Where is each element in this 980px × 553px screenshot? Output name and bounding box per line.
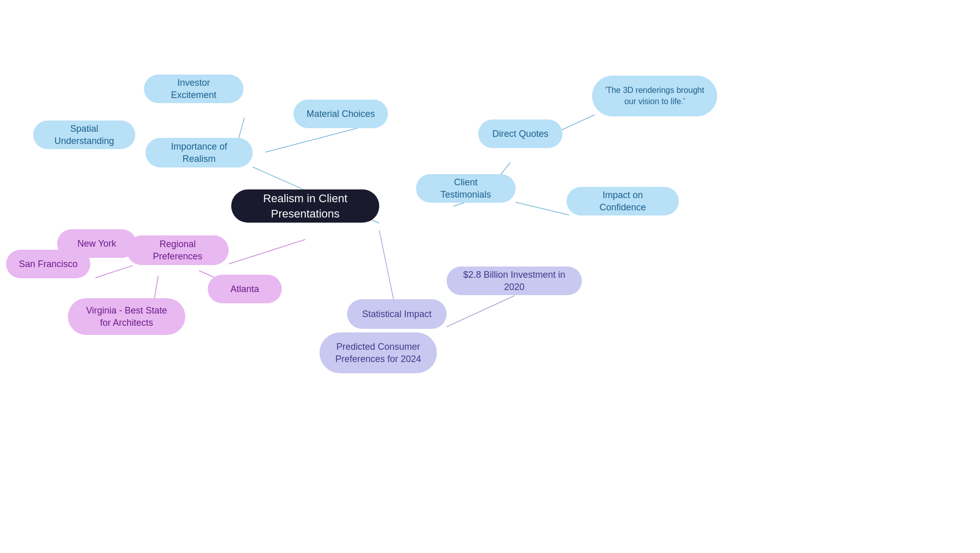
svg-line-8 <box>229 239 305 264</box>
spatial-understanding-node: Spatial Understanding <box>33 121 135 149</box>
direct-quotes-node: Direct Quotes <box>478 119 562 148</box>
atlanta-node: Atlanta <box>208 275 282 303</box>
svg-line-3 <box>265 128 357 152</box>
virginia-node: Virginia - Best State for Architects <box>68 298 185 335</box>
svg-line-7 <box>516 202 569 215</box>
san-francisco-node: San Francisco <box>6 250 90 278</box>
material-choices-node: Material Choices <box>293 100 388 128</box>
svg-line-10 <box>95 266 133 278</box>
investor-excitement-node: Investor Excitement <box>144 75 243 103</box>
investment-node: $2.8 Billion Investment in 2020 <box>447 267 582 295</box>
svg-line-14 <box>447 296 514 327</box>
quote-text-node: 'The 3D renderings brought our vision to… <box>592 76 717 116</box>
regional-preferences-node: Regional Preferences <box>127 235 229 265</box>
svg-line-4 <box>453 202 465 206</box>
importance-of-realism-node: Importance of Realism <box>145 138 253 167</box>
center-node: Realism in Client Presentations <box>231 189 379 223</box>
statistical-impact-node: Statistical Impact <box>347 299 447 329</box>
client-testimonials-node: Client Testimonials <box>416 174 516 203</box>
predicted-consumer-node: Predicted Consumer Preferences for 2024 <box>320 332 437 373</box>
impact-on-confidence-node: Impact on Confidence <box>567 187 679 215</box>
